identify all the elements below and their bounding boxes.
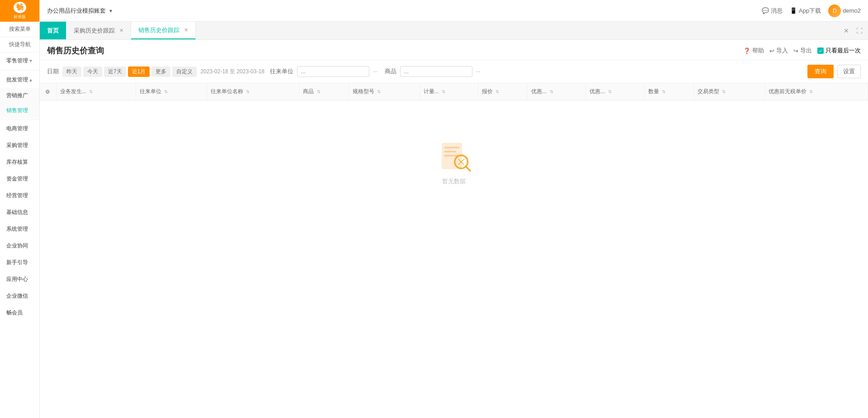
search-menu[interactable]: 搜索菜单 [0, 22, 39, 37]
partner-filter-row: 往来单位 ··· [270, 66, 377, 77]
no-data-illustration [434, 137, 474, 177]
chevron-down-icon: ▼ [28, 58, 33, 63]
date-label: 日期 [47, 67, 59, 76]
column-discount1[interactable]: 优惠... ⇅ [528, 83, 586, 100]
column-pretax-price[interactable]: 优惠前无税单价 ⇅ [764, 83, 868, 100]
sidebar-item-appcenter[interactable]: 应用中心 [0, 271, 39, 288]
column-settings[interactable]: ⚙ [40, 83, 56, 100]
checkbox-checked-icon: ✓ [817, 48, 824, 54]
date-btn-today[interactable]: 今天 [83, 66, 102, 77]
column-goods[interactable]: 商品 ⇅ [299, 83, 349, 100]
industry-title: 办公用品行业模拟账套 [47, 7, 106, 15]
sidebar-item-wechat[interactable]: 企业微信 [0, 288, 39, 304]
shortcut-nav[interactable]: 快捷导航 [0, 37, 39, 52]
sidebar-item-inventory[interactable]: 库存核算 [0, 154, 39, 171]
column-spec[interactable]: 规格型号 ⇅ [349, 83, 420, 100]
settings-button[interactable]: 设置 [837, 65, 861, 78]
page-header-actions: ❓ 帮助 ↩ 导入 ↪ 导出 ✓ 只看最后一次 [743, 47, 861, 55]
table-area: ⚙ 业务发生... ⇅ 往来单位 ⇅ 往来单位名称 ⇅ 商品 ⇅ [40, 83, 868, 418]
message-button[interactable]: 💬 消息 [762, 7, 783, 15]
date-btn-yesterday[interactable]: 昨天 [62, 66, 81, 77]
goods-input[interactable] [400, 66, 472, 77]
sidebar-item-marketing[interactable]: 营销推广 [0, 88, 39, 103]
partner-label: 往来单位 [270, 67, 293, 76]
tab-close-purchase[interactable]: ✕ [119, 28, 123, 33]
tab-home[interactable]: 首页 [40, 22, 66, 39]
topbar: 办公用品行业模拟账套 ▾ 💬 消息 📱 App下载 D demo2 [40, 0, 868, 22]
svg-rect-1 [444, 147, 459, 149]
goods-filter-row: 商品 ··· [385, 66, 481, 77]
maximize-icon[interactable]: ⛶ [854, 25, 864, 36]
logo: 畅 标准版 [0, 0, 39, 22]
column-discount2[interactable]: 优惠... ⇅ [586, 83, 644, 100]
sidebar-item-member[interactable]: 畅会员 [0, 304, 39, 321]
column-trade-type[interactable]: 交易类型 ⇅ [694, 83, 765, 100]
empty-state: 暂无数据 [40, 100, 868, 222]
date-filter-row: 日期 昨天 今天 近7天 近1月 更多 自定义 2023-02-18 至 202… [47, 66, 264, 77]
logo-icon: 畅 [14, 2, 26, 13]
import-icon: ↩ [769, 48, 774, 54]
page-content: 销售历史价查询 ❓ 帮助 ↩ 导入 ↪ 导出 ✓ 只看最后一次 [40, 40, 868, 418]
tab-sales-history[interactable]: 销售历史价跟踪 ✕ [131, 22, 196, 39]
goods-label: 商品 [385, 67, 396, 76]
main-area: 办公用品行业模拟账套 ▾ 💬 消息 📱 App下载 D demo2 首页 采购历… [40, 0, 868, 418]
industry-dropdown[interactable]: ▾ [109, 8, 112, 14]
help-icon: ❓ [743, 48, 750, 54]
avatar: D [828, 5, 841, 17]
page-title: 销售历史价查询 [47, 45, 104, 56]
goods-more-icon[interactable]: ··· [476, 68, 481, 75]
svg-rect-3 [444, 155, 458, 157]
export-icon: ↪ [793, 48, 798, 54]
column-partner-name[interactable]: 往来单位名称 ⇅ [207, 83, 299, 100]
date-btn-1month[interactable]: 近1月 [128, 66, 150, 77]
query-button[interactable]: 查询 [807, 65, 834, 78]
date-btn-custom[interactable]: 自定义 [172, 66, 197, 77]
help-button[interactable]: ❓ 帮助 [743, 47, 764, 55]
column-quantity[interactable]: 数量 ⇅ [644, 83, 693, 100]
page-header: 销售历史价查询 ❓ 帮助 ↩ 导入 ↪ 导出 ✓ 只看最后一次 [40, 40, 868, 60]
user-profile[interactable]: D demo2 [828, 5, 861, 17]
topbar-right: 💬 消息 📱 App下载 D demo2 [762, 5, 861, 17]
app-download-icon: 📱 [790, 7, 797, 14]
tab-bar: 首页 采购历史价跟踪 ✕ 销售历史价跟踪 ✕ ✕ ⛶ [40, 22, 868, 40]
date-range-display: 2023-02-18 至 2023-03-18 [200, 68, 264, 76]
empty-text: 暂无数据 [442, 177, 466, 185]
partner-input[interactable] [297, 66, 369, 77]
close-tab-icon[interactable]: ✕ [842, 25, 851, 36]
tab-purchase-history[interactable]: 采购历史价跟踪 ✕ [66, 22, 131, 39]
sidebar-item-retail[interactable]: 零售管理 ▼ [0, 52, 39, 69]
sidebar-item-sales[interactable]: 销售管理 [0, 103, 39, 118]
column-partner-code[interactable]: 往来单位 ⇅ [136, 83, 207, 100]
column-biz-date[interactable]: 业务发生... ⇅ [56, 83, 136, 100]
topbar-left: 办公用品行业模拟账套 ▾ [47, 7, 112, 15]
filter-area: 日期 昨天 今天 近7天 近1月 更多 自定义 2023-02-18 至 202… [40, 60, 868, 83]
date-btn-more[interactable]: 更多 [151, 66, 170, 77]
message-icon: 💬 [762, 7, 769, 14]
app-download-button[interactable]: 📱 App下载 [790, 7, 821, 15]
sidebar: 畅 标准版 搜索菜单 快捷导航 零售管理 ▼ 批发管理 ▲ 营销推广 销售管理 … [0, 0, 40, 418]
sidebar-item-enterprise[interactable]: 企业协同 [0, 238, 39, 254]
only-last-checkbox[interactable]: ✓ 只看最后一次 [817, 47, 861, 55]
sidebar-item-ecommerce[interactable]: 电商管理 [0, 120, 39, 137]
sidebar-item-basic[interactable]: 基础信息 [0, 204, 39, 221]
data-table: ⚙ 业务发生... ⇅ 往来单位 ⇅ 往来单位名称 ⇅ 商品 ⇅ [40, 83, 868, 100]
sidebar-item-wholesale[interactable]: 批发管理 ▲ [0, 71, 39, 88]
column-price[interactable]: 报价 ⇅ [478, 83, 527, 100]
partner-more-icon[interactable]: ··· [373, 68, 377, 75]
filter-section: 往来单位 ··· 商品 ··· [270, 66, 802, 77]
sidebar-item-finance[interactable]: 资金管理 [0, 171, 39, 187]
import-button[interactable]: ↩ 导入 [769, 47, 788, 55]
tabs-actions: ✕ ⛶ [842, 22, 868, 39]
sidebar-item-purchase[interactable]: 采购管理 [0, 137, 39, 154]
sidebar-item-newuser[interactable]: 新手引导 [0, 254, 39, 271]
action-buttons: 查询 设置 [807, 65, 861, 78]
column-unit[interactable]: 计量... ⇅ [420, 83, 478, 100]
date-btn-7days[interactable]: 近7天 [104, 66, 126, 77]
sidebar-item-operations[interactable]: 经营管理 [0, 187, 39, 204]
tab-close-sales[interactable]: ✕ [184, 27, 188, 33]
date-buttons: 昨天 今天 近7天 近1月 更多 自定义 [62, 66, 197, 77]
export-button[interactable]: ↪ 导出 [793, 47, 812, 55]
sidebar-item-system[interactable]: 系统管理 [0, 221, 39, 238]
chevron-up-icon: ▲ [28, 77, 33, 82]
logo-subtitle: 标准版 [14, 14, 26, 20]
